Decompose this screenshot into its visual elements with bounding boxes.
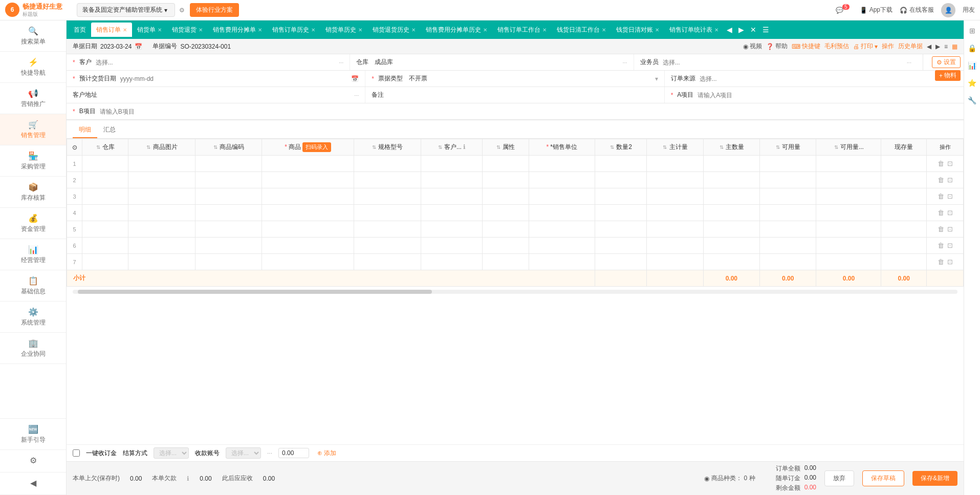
tab-detail[interactable]: 明细	[73, 122, 97, 138]
row-qty2-1[interactable]	[595, 156, 646, 172]
sidebar-item-sales[interactable]: 🛒 销售管理	[0, 114, 66, 145]
tab-return-goods[interactable]: 销货退货 ✕	[167, 23, 208, 37]
row-unit-1[interactable]	[529, 156, 595, 172]
tab-sales-history[interactable]: 销货单历史 ✕	[320, 23, 367, 37]
salesperson-input[interactable]	[663, 59, 903, 66]
tab-prev-btn[interactable]: ◀	[724, 25, 735, 35]
sidebar-item-purchase[interactable]: 🏪 采购管理	[0, 145, 66, 177]
shortcut-btn[interactable]: ⌨ 快捷键	[792, 42, 820, 51]
nav-prev-btn[interactable]: ◀	[927, 43, 931, 50]
sidebar-item-base-info[interactable]: 📋 基础信息	[0, 270, 66, 302]
sidebar-item-enterprise[interactable]: 🏢 企业协同	[0, 333, 66, 364]
th-attribute[interactable]: ⇅ 属性	[483, 139, 529, 156]
message-btn[interactable]: 💬 5	[836, 7, 853, 14]
sidebar-item-search[interactable]: 🔍 搜索菜单	[0, 20, 66, 52]
copy-icon[interactable]: ⊡	[947, 209, 953, 217]
delete-icon[interactable]: 🗑	[938, 225, 944, 233]
system-selector[interactable]: 装备及固定资产辅助管理系统 ▾	[77, 3, 175, 17]
sidebar-settings[interactable]: ⚙	[0, 450, 66, 472]
settings-icon[interactable]: ⚙	[179, 7, 185, 14]
a-project-input[interactable]	[698, 92, 957, 99]
tab-order-history-close[interactable]: ✕	[311, 27, 315, 33]
sidebar-item-finance[interactable]: 💰 资金管理	[0, 208, 66, 239]
tab-menu-btn[interactable]: ☰	[759, 25, 772, 35]
row-warehouse-2[interactable]	[82, 172, 128, 188]
online-service-btn[interactable]: 🎧 在线客服	[900, 6, 934, 14]
right-panel-icon-2[interactable]: 🔒	[966, 42, 978, 54]
tab-sales-order[interactable]: 销售订单 ✕	[91, 23, 132, 37]
note-input[interactable]	[388, 92, 658, 99]
delete-icon[interactable]: 🗑	[938, 176, 944, 184]
th-available2[interactable]: ⇅ 可用量...	[816, 139, 881, 156]
account-select[interactable]: 选择...	[226, 447, 261, 459]
copy-icon[interactable]: ⊡	[947, 242, 953, 249]
tab-sales-return-close[interactable]: ✕	[158, 27, 162, 33]
tab-fee-history-close[interactable]: ✕	[483, 27, 487, 33]
tab-return-history[interactable]: 销货退货历史 ✕	[367, 23, 421, 37]
th-product-code[interactable]: ⇅ 商品编码	[195, 139, 262, 156]
th-unit[interactable]: * *销售单位	[529, 139, 595, 156]
print-btn[interactable]: 🖨 打印 ▾	[853, 42, 878, 51]
tab-home[interactable]: 首页	[69, 23, 91, 37]
nav-next-btn[interactable]: ▶	[935, 43, 940, 50]
right-panel-icon-3[interactable]: 📊	[966, 59, 978, 72]
address-ellipsis[interactable]: ···	[354, 92, 359, 98]
tab-fee-split[interactable]: 销售费用分摊单 ✕	[208, 23, 267, 37]
th-product-img[interactable]: ⇅ 商品图片	[128, 139, 195, 156]
customer-input[interactable]	[96, 59, 335, 66]
history-btn[interactable]: 历史单据	[898, 42, 923, 51]
operate-btn[interactable]: 操作	[882, 42, 894, 51]
tab-return-history-close[interactable]: ✕	[411, 27, 416, 33]
th-main-qty[interactable]: ⇅ 主数量	[703, 139, 759, 156]
sidebar-item-guide[interactable]: 🆕 新手引导	[0, 419, 66, 450]
tab-sales-history-close[interactable]: ✕	[358, 27, 362, 33]
copy-icon[interactable]: ⊡	[947, 176, 953, 184]
customer-ellipsis[interactable]: ···	[339, 59, 343, 66]
horizontal-scrollbar[interactable]	[67, 287, 964, 297]
right-panel-icon-4[interactable]: ⭐	[966, 77, 978, 89]
copy-icon[interactable]: ⊡	[947, 192, 953, 200]
save-draft-btn[interactable]: 保存草稿	[862, 470, 904, 486]
sidebar-collapse[interactable]: ◀	[0, 472, 66, 495]
right-panel-icon-5[interactable]: 🔧	[966, 94, 978, 106]
address-input[interactable]	[101, 92, 350, 99]
right-panel-icon-1[interactable]: ⊞	[966, 25, 978, 37]
order-source-input[interactable]	[700, 75, 950, 82]
delete-icon[interactable]: 🗑	[938, 242, 944, 249]
view-btn[interactable]: ◉ 视频	[743, 42, 762, 51]
b-project-input[interactable]	[100, 108, 253, 115]
tab-sales-return[interactable]: 销货单 ✕	[132, 23, 167, 37]
delivery-calendar-icon[interactable]: 📅	[351, 75, 359, 82]
deposit-checkbox[interactable]	[73, 449, 80, 457]
tab-fee-split-close[interactable]: ✕	[258, 27, 262, 33]
delete-icon[interactable]: 🗑	[938, 192, 944, 200]
tab-ledger-close[interactable]: ✕	[655, 27, 659, 33]
warehouse-ellipsis[interactable]: ···	[622, 59, 627, 66]
invoice-arrow[interactable]: ▾	[655, 75, 658, 82]
app-download-btn[interactable]: 📱 App下载	[860, 6, 892, 14]
add-btn[interactable]: ⊕ 添加	[317, 449, 336, 458]
profit-btn[interactable]: 毛利预估	[824, 42, 849, 51]
solution-btn[interactable]: 体验行业方案	[190, 3, 239, 17]
th-warehouse[interactable]: ⇅ 仓库	[82, 139, 128, 156]
tab-order-history[interactable]: 销售订单历史 ✕	[267, 23, 320, 37]
sidebar-item-marketing[interactable]: 📢 营销推广	[0, 83, 66, 114]
payment-method-select[interactable]: 选择...	[154, 447, 189, 459]
delete-icon[interactable]: 🗑	[938, 160, 944, 167]
copy-icon[interactable]: ⊡	[947, 225, 953, 233]
list-view-btn[interactable]: ≡	[944, 43, 948, 50]
tab-summary[interactable]: 汇总	[97, 122, 122, 138]
th-stock[interactable]: 现存量	[881, 139, 927, 156]
tab-workbench[interactable]: 销售订单工作台 ✕	[492, 23, 552, 37]
add-material-btn[interactable]: + 物料	[935, 70, 961, 81]
row-warehouse-1[interactable]	[82, 156, 128, 172]
th-customer-code[interactable]: ⇅ 客户... ℹ	[421, 139, 483, 156]
delivery-input[interactable]	[120, 75, 347, 82]
delete-icon[interactable]: 🗑	[938, 258, 944, 266]
row-product-1[interactable]	[262, 156, 354, 172]
sidebar-item-inventory[interactable]: 📦 库存核算	[0, 177, 66, 208]
discard-btn[interactable]: 放弃	[824, 470, 854, 486]
th-main-unit[interactable]: ⇅ 主计量	[647, 139, 703, 156]
tab-ledger[interactable]: 钱货日清对账 ✕	[611, 23, 664, 37]
tab-sales-order-close[interactable]: ✕	[123, 27, 127, 33]
